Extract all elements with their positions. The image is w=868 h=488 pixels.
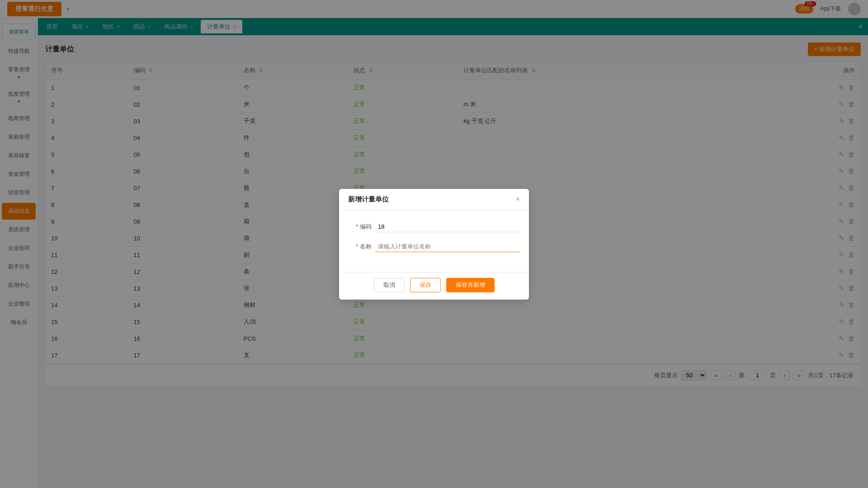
add-unit-modal: 新增计量单位 × * 编码 * 名称 取消 保存 保存并新增 (339, 189, 529, 300)
code-label: * 编码 (348, 223, 375, 231)
modal-footer: 取消 保存 保存并新增 (339, 272, 529, 300)
name-input[interactable] (375, 241, 520, 252)
modal-body: * 编码 * 名称 (339, 211, 529, 272)
modal-overlay[interactable]: 新增计量单位 × * 编码 * 名称 取消 保存 保存并新增 (0, 0, 868, 488)
modal-title: 新增计量单位 (348, 195, 389, 204)
cancel-button[interactable]: 取消 (374, 278, 405, 292)
form-row-code: * 编码 (348, 221, 520, 232)
save-and-new-button[interactable]: 保存并新增 (446, 278, 495, 292)
modal-header: 新增计量单位 × (339, 189, 529, 211)
name-label: * 名称 (348, 243, 375, 251)
form-row-name: * 名称 (348, 241, 520, 252)
save-button[interactable]: 保存 (410, 278, 441, 292)
modal-close-btn[interactable]: × (516, 195, 520, 203)
code-input[interactable] (375, 221, 520, 232)
